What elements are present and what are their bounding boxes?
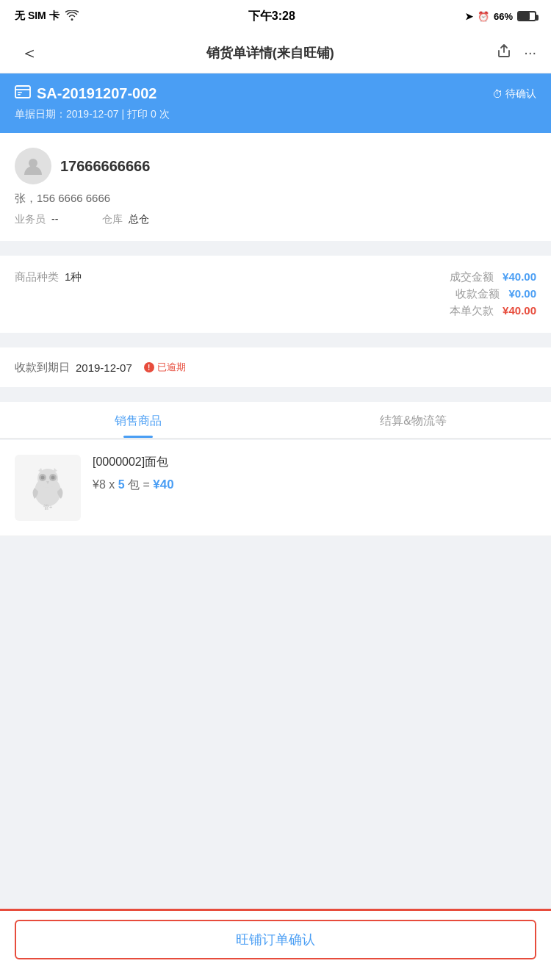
order-meta: 单据日期：2019-12-07 | 打印 0 次 bbox=[15, 108, 536, 121]
divider-3 bbox=[0, 394, 551, 402]
warehouse-item: 仓库 总仓 bbox=[102, 213, 149, 226]
back-button[interactable]: ＜ bbox=[15, 35, 44, 71]
owned-amount-row: 本单欠款 ¥40.00 bbox=[450, 304, 536, 318]
received-amount-row: 收款金额 ¥0.00 bbox=[455, 287, 536, 301]
transaction-amount-value: ¥40.00 bbox=[503, 270, 536, 284]
bottom-spacer bbox=[0, 536, 551, 683]
location-icon: ➤ bbox=[465, 11, 473, 22]
svg-rect-0 bbox=[15, 86, 30, 98]
status-bar: 无 SIM 卡 下午3:28 ➤ ⏰ 66% bbox=[0, 0, 551, 32]
battery-icon bbox=[517, 11, 536, 21]
unit: 包 bbox=[128, 478, 140, 491]
order-id: SA-20191207-002 bbox=[15, 85, 156, 102]
page-title: 销货单详情(来自旺铺) bbox=[44, 44, 496, 62]
more-icon[interactable]: ··· bbox=[524, 44, 536, 61]
svg-point-9 bbox=[51, 476, 55, 480]
overdue-dot-icon: ! bbox=[144, 362, 154, 372]
due-date-value: 2019-12-07 bbox=[76, 361, 132, 374]
order-status: ⏱ 待确认 bbox=[492, 87, 536, 101]
unit-price: ¥8 bbox=[93, 478, 106, 491]
product-name: [0000002]面包 bbox=[93, 455, 536, 470]
total-price: ¥40 bbox=[153, 478, 173, 491]
received-amount-value: ¥0.00 bbox=[508, 287, 536, 301]
equals-symbol: = bbox=[143, 478, 154, 491]
transaction-amount-row: 成交金额 ¥40.00 bbox=[450, 270, 536, 284]
nav-bar: ＜ 销货单详情(来自旺铺) ··· bbox=[0, 32, 551, 73]
order-icon bbox=[15, 85, 31, 102]
bottom-bar: 旺铺订单确认 bbox=[0, 909, 551, 980]
customer-card: 17666666666 张，156 6666 6666 业务员 -- 仓库 总仓 bbox=[0, 133, 551, 241]
product-types-label: 商品种类 bbox=[15, 270, 59, 284]
warehouse-value: 总仓 bbox=[129, 213, 149, 226]
warehouse-label: 仓库 bbox=[102, 213, 123, 226]
summary-right: 成交金额 ¥40.00 收款金额 ¥0.00 本单欠款 ¥40.00 bbox=[450, 270, 536, 318]
svg-rect-2 bbox=[18, 94, 21, 96]
tab-sales-products[interactable]: 销售商品 bbox=[0, 402, 276, 438]
tabs-container: 销售商品 结算&物流等 bbox=[0, 402, 551, 439]
customer-top: 17666666666 bbox=[15, 148, 536, 184]
status-bar-right: ➤ ⏰ 66% bbox=[465, 11, 536, 22]
product-types-item: 商品种类 1种 bbox=[15, 270, 82, 284]
product-info: [0000002]面包 ¥8 x 5 包 = ¥40 bbox=[93, 455, 536, 521]
alarm-icon: ⏰ bbox=[478, 11, 489, 22]
multiply-symbol: x bbox=[109, 478, 118, 491]
summary-row: 商品种类 1种 成交金额 ¥40.00 收款金额 ¥0.00 本单欠款 ¥40.… bbox=[15, 270, 536, 318]
salesperson-value: -- bbox=[51, 213, 58, 226]
product-price-row: ¥8 x 5 包 = ¥40 bbox=[93, 478, 536, 493]
divider-2 bbox=[0, 340, 551, 347]
wifi-icon bbox=[65, 10, 79, 23]
carrier-label: 无 SIM 卡 bbox=[15, 10, 60, 23]
customer-phone: 17666666666 bbox=[60, 158, 150, 175]
order-header: SA-20191207-002 ⏱ 待确认 单据日期：2019-12-07 | … bbox=[0, 73, 551, 133]
confirm-order-button[interactable]: 旺铺订单确认 bbox=[15, 920, 536, 959]
salesperson-label: 业务员 bbox=[15, 213, 46, 226]
owned-amount-label: 本单欠款 bbox=[450, 304, 494, 318]
quantity: 5 bbox=[118, 478, 125, 491]
summary-card: 商品种类 1种 成交金额 ¥40.00 收款金额 ¥0.00 本单欠款 ¥40.… bbox=[0, 256, 551, 333]
customer-name: 张，156 6666 6666 bbox=[15, 192, 536, 206]
battery-label: 66% bbox=[494, 11, 513, 22]
product-types-value: 1种 bbox=[65, 270, 82, 284]
received-amount-label: 收款金额 bbox=[455, 287, 500, 301]
overdue-label: 已逾期 bbox=[157, 361, 186, 374]
due-date-row: 收款到期日 2019-12-07 ! 已逾期 bbox=[0, 347, 551, 387]
nav-actions: ··· bbox=[496, 43, 536, 62]
avatar bbox=[15, 148, 51, 184]
share-icon[interactable] bbox=[496, 43, 512, 62]
order-id-row: SA-20191207-002 ⏱ 待确认 bbox=[15, 85, 536, 102]
tab-settlement-logistics[interactable]: 结算&物流等 bbox=[276, 402, 551, 438]
status-bar-left: 无 SIM 卡 bbox=[15, 10, 79, 23]
overdue-badge: ! 已逾期 bbox=[138, 359, 192, 375]
summary-left: 商品种类 1种 bbox=[15, 270, 82, 284]
salesperson-item: 业务员 -- bbox=[15, 213, 58, 226]
svg-text:管+: 管+ bbox=[43, 504, 53, 511]
svg-rect-1 bbox=[18, 92, 22, 93]
due-date-label: 收款到期日 bbox=[15, 361, 70, 375]
svg-point-8 bbox=[41, 476, 45, 480]
product-item: 管+ [0000002]面包 ¥8 x 5 包 = ¥40 bbox=[0, 440, 551, 536]
product-list: 管+ [0000002]面包 ¥8 x 5 包 = ¥40 bbox=[0, 440, 551, 536]
divider-1 bbox=[0, 248, 551, 256]
clock-icon: ⏱ bbox=[492, 88, 503, 100]
product-thumbnail: 管+ bbox=[15, 455, 81, 521]
owned-amount-value: ¥40.00 bbox=[503, 304, 536, 318]
product-image: 管+ bbox=[22, 462, 73, 514]
status-bar-time: 下午3:28 bbox=[248, 9, 295, 24]
customer-meta: 业务员 -- 仓库 总仓 bbox=[15, 213, 536, 226]
transaction-amount-label: 成交金额 bbox=[450, 270, 494, 284]
